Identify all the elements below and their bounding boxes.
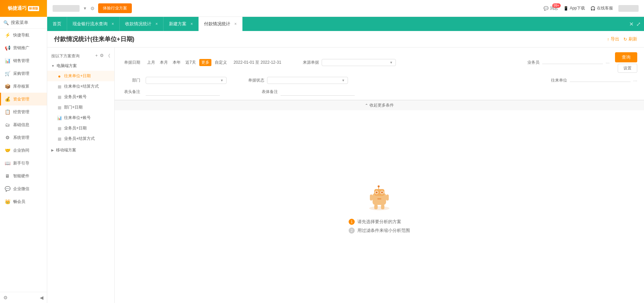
left-panel-actions: + ⚙ 《 bbox=[95, 53, 110, 59]
sidebar-item-member[interactable]: 👑畅会员 bbox=[0, 195, 47, 208]
this-year-btn[interactable]: 本年 bbox=[171, 59, 182, 66]
sidebar-item-purchase[interactable]: 🛒采购管理 bbox=[0, 67, 47, 80]
chevron-down-icon[interactable]: ▼ bbox=[83, 6, 87, 11]
svg-rect-9 bbox=[386, 194, 389, 201]
sidebar-item-operations[interactable]: 📋经营管理 bbox=[0, 105, 47, 118]
sidebar-item-inventory[interactable]: 📦库存核算 bbox=[0, 80, 47, 93]
close-tab-icon[interactable]: ✕ bbox=[629, 21, 634, 27]
sidebar-item-marketing[interactable]: 📢营销推广 bbox=[0, 41, 47, 54]
export-btn[interactable]: ↑ 导出 bbox=[607, 36, 620, 42]
tab-bank-flow[interactable]: 现金银行流水查询× bbox=[67, 17, 120, 31]
scheme-item-staff-account[interactable]: ▦ 业务员+账号 bbox=[47, 92, 114, 102]
dept-select-arrow: ▼ bbox=[220, 79, 224, 82]
tab-label: 现金银行流水查询 bbox=[72, 21, 108, 27]
scheme-group-title-mobile[interactable]: ▶ 移动端方案 bbox=[47, 145, 114, 155]
sidebar-item-hardware[interactable]: 🖥智能硬件 bbox=[0, 170, 47, 182]
source-label: 来源单据 bbox=[300, 60, 319, 65]
user-name-box bbox=[618, 5, 639, 12]
filter-settings-btn[interactable]: 设置 bbox=[618, 64, 637, 73]
tip-number-2: 2 bbox=[349, 228, 355, 234]
expand-tab-icon[interactable]: ⤢ bbox=[636, 21, 641, 27]
source-select[interactable]: ▼ bbox=[322, 59, 396, 66]
scheme-item-partner-account[interactable]: 📊 往来单位+账号 bbox=[47, 113, 114, 123]
tab-home[interactable]: 首页 bbox=[47, 17, 67, 31]
last-7-btn[interactable]: 近7天 bbox=[184, 59, 197, 66]
empty-state: 1 请先选择要分析的方案 2 用过滤条件来缩小分析范围 bbox=[115, 110, 644, 303]
custom-btn[interactable]: 自定义 bbox=[213, 59, 228, 66]
tab-close-bank-flow[interactable]: × bbox=[112, 22, 114, 26]
scheme-group-title-desktop[interactable]: ▼ 电脑端方案 bbox=[47, 61, 114, 71]
sidebar-item-quick-nav[interactable]: ⚡快捷导航 bbox=[0, 29, 47, 41]
partner-input[interactable] bbox=[570, 79, 631, 82]
sidebar-footer: ⚙ ◀ bbox=[0, 292, 47, 303]
body-remark-input[interactable] bbox=[281, 88, 355, 96]
add-scheme-icon[interactable]: + bbox=[95, 53, 98, 59]
tab-new-plan[interactable]: 新建方案× bbox=[164, 17, 199, 31]
svg-rect-11 bbox=[381, 205, 384, 209]
sidebar-item-sales[interactable]: 📊销售管理 bbox=[0, 54, 47, 67]
sidebar-item-guide[interactable]: 📖新手引导 bbox=[0, 157, 47, 170]
tab-receipt-stats[interactable]: 收款情况统计× bbox=[120, 17, 164, 31]
scheme-groups: ▼ 电脑端方案 ● 往来单位+日期 ▦ 往来单位+结算方式 ▦ 业务员+账号 ▦… bbox=[47, 61, 114, 155]
tab-payment-stats[interactable]: 付款情况统计× bbox=[199, 17, 242, 31]
sidebar-item-system[interactable]: ⚙系统管理 bbox=[0, 131, 47, 144]
collapse-panel-icon[interactable]: 《 bbox=[106, 53, 110, 59]
more-btn[interactable]: 更多 bbox=[199, 59, 211, 66]
page-header: 付款情况统计(往来单位+日期) ↑ 导出 ↻ 刷新 bbox=[47, 31, 644, 48]
scheme-icon-staff-settle: ▦ bbox=[57, 136, 62, 142]
last-month-btn[interactable]: 上月 bbox=[146, 59, 156, 66]
doc-status-arrow: ▼ bbox=[342, 79, 345, 82]
gear-icon[interactable]: ⚙ bbox=[90, 6, 95, 11]
tab-close-receipt-stats[interactable]: × bbox=[155, 22, 158, 26]
collapse-more-btn[interactable]: ⌃ 收起更多条件 bbox=[115, 100, 644, 110]
dept-select[interactable]: ▼ bbox=[146, 77, 227, 84]
svg-point-0 bbox=[369, 206, 389, 210]
header-remark-input[interactable] bbox=[146, 88, 220, 96]
filter-area: 单据日期 上月 本月 本年 近7天 更多 自定义 2022-01-01 至 20… bbox=[115, 48, 644, 100]
app-download-btn[interactable]: 📱 App下载 bbox=[563, 5, 585, 11]
partner-dots[interactable]: ··· bbox=[633, 78, 637, 83]
salesman-input[interactable] bbox=[542, 61, 603, 64]
tab-label: 新建方案 bbox=[169, 21, 186, 27]
sidebar-item-basic-info[interactable]: 🗂基础信息 bbox=[0, 118, 47, 131]
settings-icon[interactable]: ⚙ bbox=[3, 295, 8, 300]
this-month-btn[interactable]: 本月 bbox=[158, 59, 169, 66]
scheme-label: 部门+日期 bbox=[64, 104, 83, 110]
scheme-settings-icon[interactable]: ⚙ bbox=[100, 53, 104, 59]
app-logo: 畅捷通巧 标准版 bbox=[8, 5, 39, 11]
sidebar-item-label: 快捷导航 bbox=[13, 32, 29, 38]
sidebar-item-finance[interactable]: 💰资金管理 bbox=[0, 93, 47, 105]
scheme-item-partner-settle[interactable]: ▦ 往来单位+结算方式 bbox=[47, 81, 114, 92]
online-service-btn[interactable]: 🎧 在线客服 bbox=[590, 5, 613, 11]
scheme-label: 业务员+日期 bbox=[64, 125, 87, 131]
doc-status-select[interactable]: ▼ bbox=[267, 77, 348, 84]
finance-icon: 💰 bbox=[4, 96, 10, 102]
tab-label: 收款情况统计 bbox=[125, 21, 151, 27]
chevron-up-icon: ⌃ bbox=[365, 103, 368, 108]
search-menu[interactable]: 🔍 搜索菜单 bbox=[0, 17, 47, 29]
group-collapse-icon: ▼ bbox=[51, 64, 55, 68]
tab-close-new-plan[interactable]: × bbox=[191, 22, 193, 26]
query-btn[interactable]: 查询 bbox=[615, 52, 637, 62]
download-icon: 📱 bbox=[563, 6, 568, 11]
quick-nav-icon: ⚡ bbox=[4, 32, 10, 38]
scheme-item-dept-date[interactable]: ▦ 部门+日期 bbox=[47, 102, 114, 113]
notification-btn[interactable]: 💬 消息 99+ bbox=[544, 5, 558, 11]
sidebar-item-enterprise[interactable]: 🤝企业协同 bbox=[0, 144, 47, 157]
tab-close-payment-stats[interactable]: × bbox=[234, 22, 237, 26]
trial-btn[interactable]: 体验行业方案 bbox=[98, 3, 132, 13]
filter-row-2: 部门 ▼ 单据状态 ▼ 往来单 bbox=[121, 77, 637, 84]
collapse-icon[interactable]: ◀ bbox=[40, 295, 43, 300]
salesman-label: 业务员 bbox=[521, 60, 539, 65]
refresh-btn[interactable]: ↻ 刷新 bbox=[623, 36, 637, 42]
salesman-dots[interactable]: ··· bbox=[606, 60, 610, 65]
svg-rect-8 bbox=[370, 194, 373, 201]
top-nav-right: 💬 消息 99+ 📱 App下载 🎧 在线客服 bbox=[544, 5, 639, 12]
scheme-item-partner-date[interactable]: ● 往来单位+日期 bbox=[47, 71, 114, 81]
sidebar-item-label: 基础信息 bbox=[13, 122, 29, 128]
sidebar-item-wechat[interactable]: 💬企业微信 bbox=[0, 182, 47, 195]
scheme-icon-dept-date: ▦ bbox=[57, 105, 62, 110]
scheme-item-staff-date[interactable]: ▦ 业务员+日期 bbox=[47, 123, 114, 133]
sidebar-item-label: 采购管理 bbox=[13, 71, 29, 77]
scheme-item-staff-settle[interactable]: ▦ 业务员+结算方式 bbox=[47, 133, 114, 144]
